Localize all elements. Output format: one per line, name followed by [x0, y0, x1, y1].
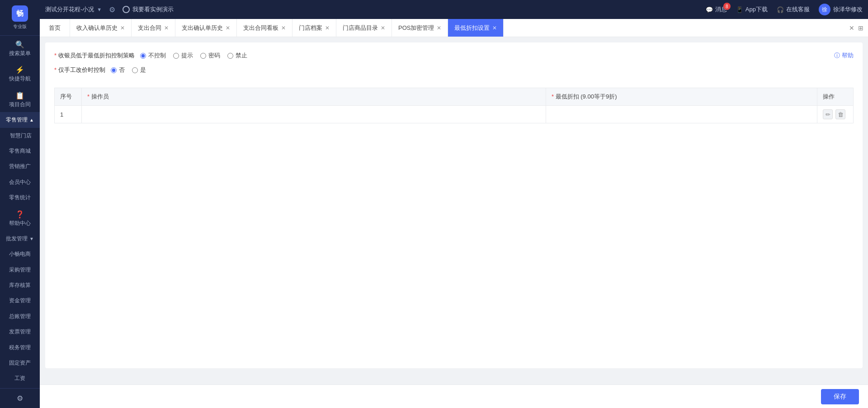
search-icon: 🔍: [15, 40, 24, 49]
cashier-option-forbid-radio[interactable]: [227, 53, 233, 59]
lightning-icon: ⚡: [15, 66, 24, 74]
project-selector[interactable]: 测试分开花程-小况 ▼: [45, 5, 102, 14]
tab-store-profile-close[interactable]: ✕: [325, 25, 330, 31]
app-logo-text: 专业版: [13, 23, 27, 30]
sidebar-item-project-contract[interactable]: 📋 项目合同: [0, 87, 40, 112]
cashier-option-no-control-radio[interactable]: [140, 53, 146, 59]
manual-price-radio-group: 否 是: [111, 66, 146, 74]
sidebar-item-label: 总账管理: [9, 313, 31, 319]
user-menu[interactable]: 徐 徐泽华修改: [819, 4, 863, 15]
table-row: 1 ✏ 🗑: [55, 106, 854, 123]
sidebar-item-inventory[interactable]: 库存核算: [0, 277, 40, 293]
sidebar-item-capital[interactable]: 资金管理: [0, 293, 40, 308]
sidebar-item-quick-nav[interactable]: ⚡ 快捷导航: [0, 61, 40, 86]
manual-option-yes-radio[interactable]: [132, 67, 138, 73]
chevron-down-icon: ▲: [29, 117, 34, 122]
help-link[interactable]: ⓘ 帮助: [834, 52, 854, 60]
tab-payment-board[interactable]: 支出合同看板 ✕: [237, 19, 292, 37]
tab-store-profile[interactable]: 门店档案 ✕: [292, 19, 336, 37]
topbar: 测试分开花程-小况 ▼ ⚙ 我要看实例演示 💬 消息 8 📱 App下载 🎧 在…: [40, 0, 868, 19]
sidebar-item-ledger[interactable]: 总账管理: [0, 309, 40, 324]
message-badge: 8: [723, 3, 731, 10]
sidebar-logo: 畅 专业版: [0, 0, 40, 36]
sidebar-item-retail-mall[interactable]: 零售商城: [0, 143, 40, 159]
sidebar-item-label: 营销推广: [9, 163, 31, 169]
sidebar-item-help-center[interactable]: ❓ 帮助中心: [0, 206, 40, 231]
project-name: 测试分开花程-小况: [45, 5, 94, 14]
sidebar-item-smart-store[interactable]: 智慧门店: [0, 128, 40, 143]
sidebar: 畅 专业版 🔍 搜索菜单 ⚡ 快捷导航 📋 项目合同 零售管理 ▲ 智慧门店 零…: [0, 0, 40, 408]
sidebar-item-search[interactable]: 🔍 搜索菜单: [0, 36, 40, 61]
delete-icon[interactable]: 🗑: [835, 109, 845, 119]
tab-payment-contract[interactable]: 支出合同 ✕: [132, 19, 175, 37]
sidebar-item-ecommerce[interactable]: 小畅电商: [0, 246, 40, 262]
tab-min-discount-close[interactable]: ✕: [492, 25, 497, 31]
tab-min-discount[interactable]: 最低折扣设置 ✕: [448, 19, 504, 37]
cashier-option-no-control[interactable]: 不控制: [140, 52, 166, 60]
message-button[interactable]: 💬 消息 8: [706, 5, 727, 14]
manual-option-yes[interactable]: 是: [132, 66, 146, 74]
app-logo-icon: 畅: [12, 5, 28, 22]
manual-option-no[interactable]: 否: [111, 66, 125, 74]
online-service-label: 在线客服: [786, 5, 810, 14]
manual-option-no-radio[interactable]: [111, 67, 117, 73]
bottom-bar: 保存: [40, 385, 868, 408]
tab-income-confirm-close[interactable]: ✕: [120, 25, 125, 31]
col-header-action: 操作: [817, 88, 854, 106]
tab-payment-confirm-close[interactable]: ✕: [226, 25, 230, 31]
tab-payment-board-close[interactable]: ✕: [281, 25, 286, 31]
sidebar-item-retail-stats[interactable]: 零售统计: [0, 190, 40, 205]
demo-text: 我要看实例演示: [132, 5, 174, 14]
tab-home-label: 首页: [49, 24, 61, 32]
tab-income-confirm[interactable]: 收入确认单历史 ✕: [70, 19, 132, 37]
tab-store-catalog-close[interactable]: ✕: [381, 25, 385, 31]
online-service-button[interactable]: 🎧 在线客服: [777, 5, 810, 14]
tab-pos-password-close[interactable]: ✕: [437, 25, 441, 31]
cell-discount: [546, 106, 817, 123]
tab-pos-password[interactable]: POS加密管理 ✕: [392, 19, 448, 37]
help-icon: ⓘ: [834, 52, 840, 60]
tab-home[interactable]: 首页: [40, 19, 70, 37]
edit-icon[interactable]: ✏: [823, 109, 833, 119]
sidebar-item-label: 项目合同: [9, 101, 31, 108]
sidebar-item-fixed-assets[interactable]: 固定资产: [0, 355, 40, 370]
sidebar-item-marketing[interactable]: 营销推广: [0, 159, 40, 174]
sidebar-item-tax[interactable]: 税务管理: [0, 340, 40, 355]
cashier-option-password[interactable]: 密码: [200, 52, 220, 60]
sidebar-item-invoice[interactable]: 发票管理: [0, 324, 40, 339]
sidebar-item-member-center[interactable]: 会员中心: [0, 174, 40, 190]
sidebar-item-label: 采购管理: [9, 267, 31, 273]
cell-action: ✏ 🗑: [817, 106, 854, 123]
demo-link[interactable]: 我要看实例演示: [123, 5, 174, 14]
manual-price-label: 仅手工改价时控制: [54, 66, 105, 74]
sidebar-item-label: 工资: [14, 375, 25, 381]
message-icon: 💬: [706, 6, 713, 13]
save-button[interactable]: 保存: [821, 389, 859, 404]
sidebar-item-label: 资金管理: [9, 297, 31, 304]
settings-icon[interactable]: ⚙: [17, 394, 23, 403]
tab-store-catalog[interactable]: 门店商品目录 ✕: [336, 19, 392, 37]
tab-close-all-icon[interactable]: ✕: [849, 24, 854, 32]
sidebar-item-label: 快捷导航: [9, 75, 31, 82]
sidebar-item-retail-manage[interactable]: 零售管理 ▲: [0, 112, 40, 127]
tab-menu-icon[interactable]: ⊞: [858, 24, 863, 32]
topbar-settings-icon[interactable]: ⚙: [109, 5, 115, 14]
sidebar-item-purchase[interactable]: 采购管理: [0, 262, 40, 277]
tab-pos-password-label: POS加密管理: [398, 24, 434, 32]
sidebar-item-payroll[interactable]: 工资: [0, 370, 40, 386]
cashier-option-remind-radio[interactable]: [173, 53, 179, 59]
username: 徐泽华修改: [833, 5, 863, 14]
cashier-option-forbid[interactable]: 禁止: [227, 52, 247, 60]
content-card: 收银员低于最低折扣控制策略 不控制 提示: [45, 42, 863, 368]
sidebar-item-wholesale[interactable]: 批发管理 ▼: [0, 231, 40, 246]
cashier-option-no-control-label: 不控制: [148, 52, 166, 60]
cashier-policy-label: 收银员低于最低折扣控制策略: [54, 52, 135, 60]
sidebar-item-label: 发票管理: [9, 328, 31, 335]
tab-payment-contract-label: 支出合同: [138, 24, 161, 32]
app-download-button[interactable]: 📱 App下载: [736, 5, 768, 14]
tab-payment-contract-close[interactable]: ✕: [164, 25, 169, 31]
cashier-option-password-radio[interactable]: [200, 53, 206, 59]
tab-payment-board-label: 支出合同看板: [243, 24, 278, 32]
cashier-option-remind[interactable]: 提示: [173, 52, 193, 60]
tab-payment-confirm[interactable]: 支出确认单历史 ✕: [175, 19, 237, 37]
